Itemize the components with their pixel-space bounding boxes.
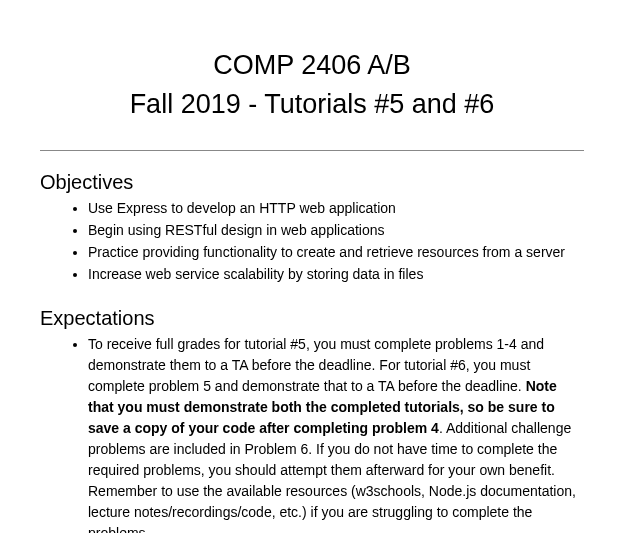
document-title-block: COMP 2406 A/B Fall 2019 - Tutorials #5 a…	[40, 50, 584, 120]
expectations-text-post: . Additional challenge problems are incl…	[88, 420, 576, 533]
objectives-section: Objectives Use Express to develop an HTT…	[40, 171, 584, 285]
objectives-heading: Objectives	[40, 171, 584, 194]
course-code: COMP 2406 A/B	[40, 50, 584, 81]
expectations-section: Expectations To receive full grades for …	[40, 307, 584, 533]
horizontal-divider	[40, 150, 584, 151]
list-item: Use Express to develop an HTTP web appli…	[88, 198, 584, 219]
expectations-heading: Expectations	[40, 307, 584, 330]
list-item: To receive full grades for tutorial #5, …	[88, 334, 584, 533]
expectations-text-pre: To receive full grades for tutorial #5, …	[88, 336, 544, 394]
expectations-list: To receive full grades for tutorial #5, …	[40, 334, 584, 533]
list-item: Begin using RESTful design in web applic…	[88, 220, 584, 241]
objectives-list: Use Express to develop an HTTP web appli…	[40, 198, 584, 285]
list-item: Increase web service scalability by stor…	[88, 264, 584, 285]
document-subtitle: Fall 2019 - Tutorials #5 and #6	[40, 89, 584, 120]
list-item: Practice providing functionality to crea…	[88, 242, 584, 263]
